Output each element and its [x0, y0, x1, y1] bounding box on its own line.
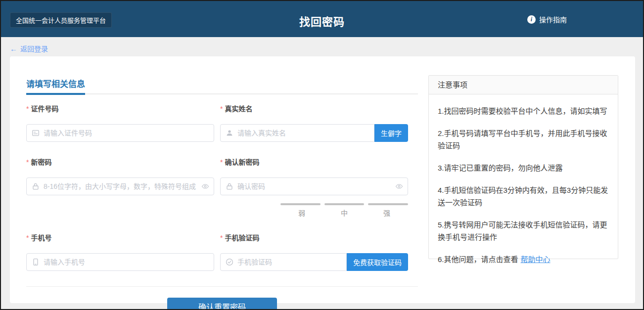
lock-icon [32, 182, 40, 190]
new-password-label: *新密码 [26, 157, 214, 167]
real-name-input-group: 生僻字 [220, 124, 408, 142]
note-item-1: 1.找回密码时需要校验平台中个人信息，请如实填写 [438, 105, 609, 117]
required-marker: * [26, 234, 29, 242]
id-number-input[interactable] [44, 129, 209, 137]
confirm-password-input-box [220, 177, 408, 195]
confirm-password-label: *确认新密码 [220, 157, 408, 167]
password-strength-meter: 弱 中 强 [280, 203, 408, 218]
sms-code-input[interactable] [237, 258, 342, 266]
phone-input-box [26, 253, 214, 271]
note-item-4: 4.手机短信验证码在3分钟内有效，且每3分钟只能发送一次验证码 [438, 184, 609, 209]
required-marker: * [220, 234, 223, 242]
form-section-title: 请填写相关信息 [26, 77, 85, 95]
real-name-field: *真实姓名 生僻字 [220, 103, 408, 142]
id-number-field: *证件号码 [26, 103, 214, 142]
user-icon [226, 129, 233, 137]
note-item-3: 3.请牢记已重置的密码，勿向他人泄露 [438, 162, 609, 174]
note-item-6: 6.其他问题，请点击查看帮助中心 [438, 253, 609, 266]
real-name-label: *真实姓名 [220, 103, 408, 113]
real-name-input[interactable] [237, 129, 369, 137]
top-header: 全国统一会计人员服务管理平台 找回密码 i 操作指南 [1, 1, 643, 37]
phone-label: *手机号 [26, 232, 214, 242]
eye-icon [201, 182, 209, 190]
sms-code-field: *手机验证码 免费获取验证码 [220, 232, 408, 271]
back-to-login-label: 返回登录 [20, 44, 48, 53]
main-card: 请填写相关信息 *证件号码 [10, 56, 635, 303]
back-to-login-link[interactable]: ← 返回登录 [10, 44, 48, 53]
left-arrow-icon: ← [10, 44, 17, 53]
recovery-form: 请填写相关信息 *证件号码 [26, 77, 418, 310]
strength-bars [280, 203, 408, 205]
notes-panel: 注意事项 1.找回密码时需要校验平台中个人信息，请如实填写 2.手机号码请填写平… [428, 75, 618, 259]
strength-labels: 弱 中 强 [280, 208, 408, 218]
mobile-phone-icon [32, 258, 40, 266]
phone-input[interactable] [44, 258, 209, 266]
sms-code-input-box [220, 253, 347, 271]
note-item-6-text: 6.其他问题，请点击查看 [438, 255, 518, 264]
operation-guide-button[interactable]: i 操作指南 [527, 14, 567, 24]
real-name-input-box [220, 124, 374, 142]
strength-label-medium: 中 [323, 208, 366, 218]
check-circle-icon [226, 258, 233, 266]
form-divider [26, 286, 418, 287]
section-head: 请填写相关信息 [26, 77, 418, 94]
info-icon: i [527, 15, 536, 24]
note-item-2: 2.手机号码请填写平台中手机号，并用此手机号接收验证码 [438, 127, 609, 152]
id-number-label: *证件号码 [26, 103, 214, 113]
strength-bar-strong [368, 203, 408, 205]
password-recovery-page: 全国统一会计人员服务管理平台 找回密码 i 操作指南 ← 返回登录 请填写相关信… [0, 0, 644, 310]
new-password-input-box [26, 177, 214, 195]
operation-guide-label: 操作指南 [539, 14, 567, 24]
submit-row: 确认重置密码 [26, 298, 418, 310]
strength-bar-weak [280, 203, 321, 205]
notes-panel-title: 注意事项 [429, 76, 618, 94]
lock-icon [226, 182, 233, 190]
toggle-password-visibility-button[interactable] [201, 182, 209, 190]
eye-icon [395, 182, 403, 190]
notes-panel-body: 1.找回密码时需要校验平台中个人信息，请如实填写 2.手机号码请填写平台中手机号… [429, 94, 618, 280]
id-card-icon [32, 129, 40, 137]
confirm-password-input[interactable] [237, 182, 392, 190]
sms-code-input-group: 免费获取验证码 [220, 253, 408, 271]
note-item-5: 5.携号转网用户可能无法接收手机短信验证码，请更换手机号进行操作 [438, 219, 609, 243]
required-marker: * [26, 158, 29, 166]
new-password-input[interactable] [44, 182, 198, 190]
help-center-link[interactable]: 帮助中心 [521, 255, 551, 264]
strength-bar-medium [324, 203, 365, 205]
form-grid: *证件号码 *真实姓名 [26, 103, 418, 286]
phone-field: *手机号 [26, 232, 214, 271]
strength-label-weak: 弱 [280, 208, 323, 218]
strength-label-strong: 强 [366, 208, 408, 218]
required-marker: * [220, 158, 223, 166]
new-password-field: *新密码 [26, 157, 214, 218]
required-marker: * [26, 105, 29, 113]
toggle-password-visibility-button[interactable] [395, 182, 403, 190]
confirm-password-field: *确认新密码 [220, 157, 408, 218]
sms-code-label: *手机验证码 [220, 232, 408, 242]
required-marker: * [220, 105, 223, 113]
get-verification-code-button[interactable]: 免费获取验证码 [347, 253, 408, 271]
confirm-reset-password-button[interactable]: 确认重置密码 [167, 298, 277, 310]
rare-character-button[interactable]: 生僻字 [374, 124, 408, 142]
id-number-input-box [26, 124, 214, 142]
